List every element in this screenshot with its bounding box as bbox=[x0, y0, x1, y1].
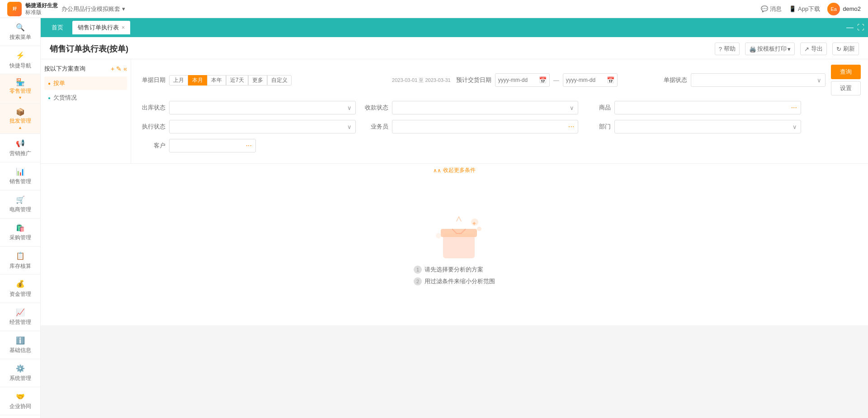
sidebar-item-ecommerce[interactable]: 🛒 电商管理 bbox=[0, 190, 40, 218]
date-tab-lastmonth[interactable]: 上月 bbox=[169, 75, 188, 86]
filter-panel-header: 按以下方案查询 + ✎ « bbox=[44, 65, 127, 73]
basicinfo-icon: ℹ️ bbox=[16, 336, 25, 346]
delivery-status-select[interactable]: ∨ bbox=[169, 101, 356, 114]
expected-date-end-input[interactable] bbox=[566, 77, 607, 83]
date-label: 单据日期 bbox=[138, 76, 165, 84]
empty-tip-2: 2 用过滤条件来缩小分析范围 bbox=[414, 277, 495, 285]
goods-field: 商品 ··· bbox=[584, 101, 801, 114]
sidebar-item-sales[interactable]: 📊 销售管理 bbox=[0, 162, 40, 190]
calendar-end-icon[interactable]: 📅 bbox=[607, 76, 614, 84]
goods-dots-button[interactable]: ··· bbox=[791, 104, 797, 112]
sidebar-item-finance[interactable]: 💰 资金管理 bbox=[0, 275, 40, 303]
add-scheme-button[interactable]: + bbox=[111, 65, 114, 72]
top-bar: 好 畅捷通好生意 标准版 办公用品行业模拟账套 ▾ 💬 消息 📱 App下载 E… bbox=[0, 0, 868, 18]
top-bar-left: 好 畅捷通好生意 标准版 办公用品行业模拟账套 ▾ bbox=[7, 2, 125, 16]
svg-text:✦: ✦ bbox=[472, 220, 477, 227]
settings-button[interactable]: 设置 bbox=[831, 81, 861, 95]
date-field: 单据日期 上月 本月 本年 近7天 更多 自定义 bbox=[138, 75, 387, 86]
calendar-start-icon[interactable]: 📅 bbox=[539, 76, 547, 84]
refresh-button[interactable]: ↻ 刷新 bbox=[832, 43, 859, 55]
expected-date-start-input[interactable] bbox=[498, 77, 539, 83]
customer-dots-button[interactable]: ··· bbox=[246, 142, 252, 150]
marketing-icon: 📢 bbox=[16, 138, 25, 148]
doc-status-arrow: ∨ bbox=[817, 77, 821, 84]
collapse-bar[interactable]: ∧∧ 收起更多条件 bbox=[41, 163, 868, 177]
sidebar-item-retail[interactable]: 🏪 零售管理 ▾ bbox=[0, 74, 40, 104]
tab-active[interactable]: 销售订单执行表 × bbox=[72, 21, 130, 34]
scheme-active-icon: ● bbox=[48, 81, 51, 86]
collapse-panel-button[interactable]: « bbox=[123, 65, 127, 72]
payment-status-label: 收款状态 bbox=[361, 104, 388, 112]
date-tab-thismonth[interactable]: 本月 bbox=[188, 75, 207, 86]
customer-input-wrap: ··· bbox=[169, 139, 256, 152]
sidebar-item-purchase[interactable]: 🛍️ 采购管理 bbox=[0, 218, 40, 247]
sidebar-item-collab[interactable]: 🤝 企业协同 bbox=[0, 387, 40, 415]
search-buttons: 查询 设置 bbox=[831, 65, 861, 95]
tab-close-button[interactable]: × bbox=[122, 24, 125, 31]
salesman-dots-button[interactable]: ··· bbox=[568, 123, 574, 131]
sales-icon: 📊 bbox=[16, 167, 25, 177]
filter-left-panel: 按以下方案查询 + ✎ « ● 按单 ● bbox=[41, 59, 131, 163]
date-tabs: 上月 本月 本年 近7天 更多 自定义 bbox=[169, 75, 292, 86]
purchase-icon: 🛍️ bbox=[16, 223, 25, 233]
doc-status-select[interactable]: ∨ bbox=[691, 73, 826, 87]
date-filter: 上月 本月 本年 近7天 更多 自定义 bbox=[169, 75, 387, 86]
tip-num-2: 2 bbox=[414, 277, 422, 285]
scheme-inactive-icon: ● bbox=[48, 95, 51, 100]
salesman-label: 业务员 bbox=[361, 123, 388, 131]
tab-bar-right: — ⛶ bbox=[846, 24, 864, 32]
payment-status-select[interactable]: ∨ bbox=[392, 101, 579, 114]
date-tab-more[interactable]: 更多 bbox=[248, 75, 267, 86]
exec-status-arrow: ∨ bbox=[347, 124, 352, 130]
message-button[interactable]: 💬 消息 bbox=[761, 5, 782, 13]
tab-home[interactable]: 首页 bbox=[44, 21, 71, 34]
exec-status-select[interactable]: ∨ bbox=[169, 120, 356, 133]
filter-row-3: 执行状态 ∨ 业务员 ··· bbox=[138, 120, 861, 133]
user-menu[interactable]: Ea demo2 bbox=[827, 3, 861, 15]
company-selector[interactable]: 办公用品行业模拟账套 ▾ bbox=[61, 5, 125, 13]
delivery-status-arrow: ∨ bbox=[347, 104, 352, 111]
page-header: 销售订单执行表(按单) ? 帮助 🖨️ 按模板打印 ▾ bbox=[41, 37, 868, 59]
print-button[interactable]: 🖨️ 按模板打印 ▾ bbox=[745, 43, 795, 55]
expected-date-label: 预计交货日期 bbox=[456, 76, 491, 84]
query-button[interactable]: 查询 bbox=[831, 65, 861, 79]
app-download-button[interactable]: 📱 App下载 bbox=[789, 5, 820, 13]
svg-rect-0 bbox=[443, 233, 475, 258]
sidebar-item-basicinfo[interactable]: ℹ️ 基础信息 bbox=[0, 331, 40, 359]
sidebar-item-search[interactable]: 🔍 搜索菜单 bbox=[0, 18, 40, 46]
filter-row-4: 客户 ··· bbox=[138, 139, 861, 152]
date-tab-7days[interactable]: 近7天 bbox=[226, 75, 248, 86]
filter-panel-actions: + ✎ « bbox=[111, 65, 127, 72]
filter-right-panel: 单据日期 上月 本月 本年 近7天 更多 自定义 bbox=[131, 59, 868, 163]
tip-num-1: 1 bbox=[414, 266, 422, 274]
help-button[interactable]: ? 帮助 bbox=[715, 43, 740, 55]
scheme-item-order[interactable]: ● 按单 bbox=[44, 76, 127, 90]
collab-icon: 🤝 bbox=[16, 392, 25, 402]
wholesale-icon: 📦 bbox=[16, 108, 25, 116]
doc-status-label: 单据状态 bbox=[660, 76, 687, 84]
sidebar-item-quicknav[interactable]: ⚡ 快捷导航 bbox=[0, 46, 40, 74]
exec-status-field: 执行状态 ∨ bbox=[138, 120, 356, 133]
date-tab-thisyear[interactable]: 本年 bbox=[207, 75, 226, 86]
svg-point-3 bbox=[477, 227, 481, 231]
salesman-input-wrap: ··· bbox=[392, 120, 579, 133]
edit-scheme-button[interactable]: ✎ bbox=[116, 65, 122, 72]
sidebar-item-inventory[interactable]: 📋 库存核算 bbox=[0, 247, 40, 275]
search-icon: 🔍 bbox=[16, 23, 25, 33]
inventory-icon: 📋 bbox=[16, 251, 25, 261]
user-name: demo2 bbox=[843, 5, 861, 12]
tab-minimize-button[interactable]: — bbox=[846, 24, 854, 32]
date-tab-custom[interactable]: 自定义 bbox=[267, 75, 292, 86]
scheme-item-shortage[interactable]: ● 欠货情况 bbox=[44, 91, 127, 104]
export-button[interactable]: ↗ 导出 bbox=[800, 43, 827, 55]
collapse-arrow: ∧∧ bbox=[433, 167, 441, 174]
sidebar-item-marketing[interactable]: 📢 营销推广 bbox=[0, 134, 40, 162]
svg-rect-1 bbox=[441, 229, 477, 237]
sidebar-item-system[interactable]: ⚙️ 系统管理 bbox=[0, 359, 40, 387]
sidebar-item-wholesale[interactable]: 📦 批发管理 ▴ bbox=[0, 104, 40, 134]
sidebar-item-operations[interactable]: 📈 经营管理 bbox=[0, 303, 40, 331]
tab-maximize-button[interactable]: ⛶ bbox=[857, 24, 864, 32]
dept-select[interactable]: ∨ bbox=[614, 120, 801, 133]
logo-text: 畅捷通好生意 标准版 bbox=[25, 2, 58, 15]
sidebar-item-newbie[interactable]: 🎯 新手引导 bbox=[0, 415, 40, 418]
